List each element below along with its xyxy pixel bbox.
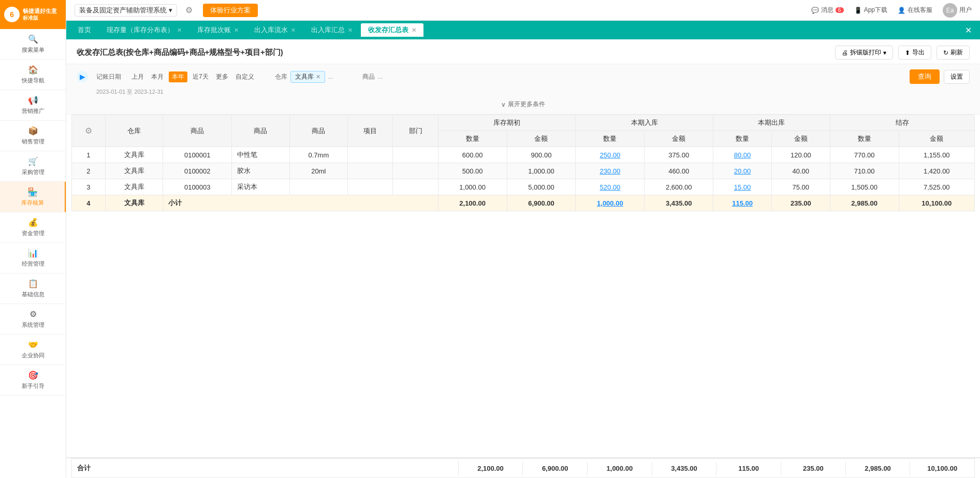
col-out-qty-header: 数量 — [713, 131, 772, 147]
print-icon: 🖨 — [842, 49, 848, 56]
warehouse-tag-close-icon[interactable]: ✕ — [316, 74, 320, 80]
date-option-last-month[interactable]: 上月 — [129, 71, 146, 82]
tab-close-batch-ledger[interactable]: ✕ — [234, 27, 239, 34]
col-goods-code-header: 商品 — [163, 115, 232, 147]
sidebar-item-purchase[interactable]: 🛒采购管理 — [0, 151, 66, 182]
basic-info-icon: 📋 — [28, 279, 38, 288]
settings-icon[interactable]: ⚙ — [85, 126, 92, 135]
query-button[interactable]: 查询 — [910, 69, 940, 84]
row-project — [348, 147, 393, 163]
tab-inout-flow[interactable]: 出入库流水✕ — [247, 23, 303, 37]
operations-label: 经营管理 — [22, 260, 45, 268]
app-download-item[interactable]: 📱 App下载 — [854, 6, 887, 15]
sidebar-item-newbie[interactable]: 🎯新手引导 — [0, 365, 66, 396]
tab-home[interactable]: 首页 — [70, 23, 98, 37]
sidebar-item-sales[interactable]: 📦销售管理 — [0, 121, 66, 151]
page-content: 收发存汇总表(按仓库+商品编码+商品+规格型号+项目+部门) 🖨 拆镶版打印 ▾… — [66, 39, 980, 478]
row-opening-amount: 1,000.00 — [507, 163, 576, 179]
sidebar-item-operations[interactable]: 📊经营管理 — [0, 243, 66, 273]
system-selector[interactable]: 装备及固定资产辅助管理系统 ▾ — [75, 4, 177, 17]
tab-stock-distribution[interactable]: 现存量（库存分布表）✕ — [99, 23, 189, 37]
row-closing-amount: 1,420.00 — [899, 163, 974, 179]
page-title: 收发存汇总表(按仓库+商品编码+商品+规格型号+项目+部门) — [77, 48, 283, 57]
refresh-button[interactable]: ↻ 刷新 — [937, 46, 970, 60]
sidebar-item-enterprise[interactable]: 🤝企业协同 — [0, 335, 66, 365]
row-department — [393, 179, 438, 195]
subtotal-out-qty[interactable]: 115.00 — [713, 195, 772, 211]
col-in-amount-header: 金额 — [645, 131, 713, 147]
message-item[interactable]: 💬 消息 6 — [811, 6, 844, 15]
avatar-text: Ea — [946, 7, 954, 14]
tab-inout-summary[interactable]: 出入库汇总✕ — [304, 23, 360, 37]
filter-action-btns: 查询 设置 — [910, 69, 970, 84]
sidebar-item-finance[interactable]: 💰资金管理 — [0, 212, 66, 243]
refresh-icon: ↻ — [943, 49, 948, 56]
filter-expand-button[interactable]: ▶ — [77, 71, 88, 82]
date-option-this-year[interactable]: 本年 — [169, 71, 187, 82]
gear-icon[interactable]: ⚙ — [185, 5, 193, 15]
warehouse-label: 仓库 — [275, 73, 287, 81]
tab-close-recv-send-summary[interactable]: ✕ — [412, 27, 416, 34]
sidebar-logo: 6 畅捷通好生意 标准版 — [0, 0, 66, 29]
row-goods-spec: 20ml — [289, 163, 348, 179]
logo-text: 畅捷通好生意 — [23, 7, 57, 15]
filter-row-1: ▶ 记账日期 上月 本月 本年 近7天 更多 自定义 仓库 文具库 ✕ ... — [77, 69, 970, 84]
row-department — [393, 147, 438, 163]
row-out-qty[interactable]: 80.00 — [713, 147, 772, 163]
subtotal-in-qty[interactable]: 1,000.00 — [576, 195, 645, 211]
sidebar-item-quick-nav[interactable]: 🏠快捷导航 — [0, 60, 66, 90]
tab-batch-ledger[interactable]: 库存批次账✕ — [190, 23, 246, 37]
col-in-qty-header: 数量 — [576, 131, 645, 147]
logo-icon: 6 — [4, 7, 20, 22]
sidebar-item-system[interactable]: ⚙系统管理 — [0, 304, 66, 335]
col-closing-amount-header: 金额 — [899, 131, 974, 147]
table-row: 1 文具库 0100001 中性笔 0.7mm 600.00 900.00 25… — [72, 147, 975, 163]
sidebar-item-marketing[interactable]: 📢营销推广 — [0, 90, 66, 121]
filter-row-date-range: 2023-01-01 至 2023-12-31 — [77, 88, 970, 96]
expand-more-button[interactable]: ∨ 展开更多条件 — [501, 100, 545, 109]
col-opening-header: 库存期初 — [438, 115, 576, 131]
footer-label-cell: 合计 — [72, 460, 459, 476]
date-option-7days[interactable]: 近7天 — [191, 71, 211, 82]
goods-more-btn[interactable]: ... — [378, 73, 383, 80]
footer-total-row: 合计 2,100.00 6,900.00 1,000.00 3,435.00 1… — [71, 458, 975, 478]
tab-close-stock-distribution[interactable]: ✕ — [177, 27, 182, 34]
warehouse-more-btn[interactable]: ... — [328, 73, 333, 80]
tab-recv-send-summary[interactable]: 收发存汇总表✕ — [361, 23, 423, 37]
avatar: Ea — [943, 3, 957, 18]
row-out-qty[interactable]: 15.00 — [713, 179, 772, 195]
row-out-qty[interactable]: 20.00 — [713, 163, 772, 179]
tab-label-inout-flow: 出入库流水 — [254, 25, 288, 35]
topbar-right: 💬 消息 6 📱 App下载 👤 在线客服 Ea 用户 — [811, 3, 972, 18]
sales-icon: 📦 — [28, 126, 38, 136]
tabbar: 首页现存量（库存分布表）✕库存批次账✕出入库流水✕出入库汇总✕收发存汇总表✕ ✕ — [66, 21, 980, 39]
sidebar-item-search[interactable]: 🔍搜索菜单 — [0, 29, 66, 60]
tab-close-inout-summary[interactable]: ✕ — [348, 27, 353, 34]
row-in-qty[interactable]: 230.00 — [576, 163, 645, 179]
date-option-custom[interactable]: 自定义 — [233, 71, 256, 82]
settings-small-button[interactable]: 设置 — [944, 70, 970, 84]
purchase-icon: 🛒 — [28, 156, 38, 166]
date-option-this-month[interactable]: 本月 — [149, 71, 166, 82]
close-all-tabs-icon[interactable]: ✕ — [961, 25, 976, 35]
main-content: 装备及固定资产辅助管理系统 ▾ ⚙ 体验行业方案 💬 消息 6 📱 App下载 … — [66, 0, 980, 478]
col-out-header: 本期出库 — [713, 115, 830, 131]
row-in-qty[interactable]: 250.00 — [576, 147, 645, 163]
sidebar-item-basic-info[interactable]: 📋基础信息 — [0, 273, 66, 304]
experience-btn[interactable]: 体验行业方案 — [203, 4, 258, 17]
row-opening-amount: 900.00 — [507, 147, 576, 163]
sidebar-item-inventory[interactable]: 🏪库存核算 — [0, 182, 66, 212]
system-name-label: 装备及固定资产辅助管理系统 — [79, 6, 167, 15]
row-in-qty[interactable]: 520.00 — [576, 179, 645, 195]
user-item[interactable]: Ea 用户 — [943, 3, 972, 18]
table-body: 1 文具库 0100001 中性笔 0.7mm 600.00 900.00 25… — [72, 147, 975, 211]
export-button[interactable]: ⬆ 导出 — [898, 46, 931, 60]
col-settings-header[interactable]: ⚙ — [72, 115, 106, 147]
date-option-more[interactable]: 更多 — [214, 71, 230, 82]
row-opening-amount: 5,000.00 — [507, 179, 576, 195]
print-label: 拆镶版打印 — [850, 48, 881, 57]
subtotal-row: 4 文具库 小计 2,100.00 6,900.00 1,000.00 3,43… — [72, 195, 975, 211]
print-button[interactable]: 🖨 拆镶版打印 ▾ — [835, 46, 893, 60]
tab-close-inout-flow[interactable]: ✕ — [291, 27, 296, 34]
online-service-item[interactable]: 👤 在线客服 — [898, 6, 932, 15]
